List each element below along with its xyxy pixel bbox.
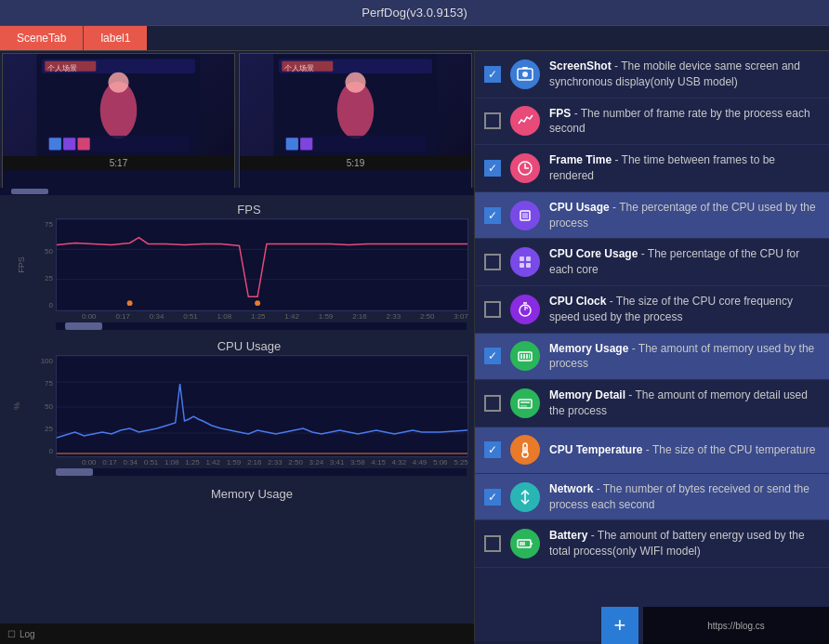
menu-item-cpu-clock[interactable]: CPU Clock - The size of the CPU core fre…	[475, 286, 829, 334]
menu-text-memory-detail: Memory Detail - The amount of memory det…	[549, 388, 820, 419]
icon-cpu-core-usage	[510, 247, 540, 277]
right-panel: ScreenShot - The mobile device same scre…	[474, 51, 829, 641]
menu-item-cpu-core-usage[interactable]: CPU Core Usage - The percentage of the C…	[475, 239, 829, 286]
thumb-1-timestamp: 5:17	[3, 156, 234, 170]
checkbox-memory-detail[interactable]	[484, 395, 501, 412]
svg-text:个人场景: 个人场景	[284, 64, 314, 72]
thumbnail-1-image: 个人场景	[3, 54, 234, 156]
tab-label1[interactable]: label1	[84, 26, 147, 50]
menu-item-frame-time[interactable]: Frame Time - The time between frames to …	[475, 145, 829, 192]
icon-frame-time	[510, 153, 540, 183]
fps-y-label: FPS	[17, 256, 26, 273]
menu-text-cpu-temperature: CPU Temperature - The size of the CPU te…	[549, 442, 820, 458]
icon-cpu-temperature	[510, 435, 540, 465]
menu-text-frame-time: Frame Time - The time between frames to …	[549, 152, 820, 184]
svg-rect-45	[526, 354, 528, 359]
cpu-y-label: %	[12, 402, 21, 410]
icon-battery	[510, 529, 540, 559]
cpu-scrollbar[interactable]	[56, 468, 467, 476]
cpu-chart-title: CPU Usage	[30, 339, 468, 353]
svg-rect-35	[522, 213, 528, 218]
svg-rect-49	[520, 405, 527, 407]
svg-rect-32	[522, 67, 528, 69]
svg-rect-7	[49, 138, 61, 150]
svg-point-31	[522, 72, 528, 77]
svg-rect-36	[520, 256, 524, 261]
thumbnail-2-image: 个人场景	[240, 54, 471, 156]
icon-cpu-usage	[510, 201, 540, 230]
tab-scene[interactable]: SceneTab	[0, 26, 84, 50]
svg-rect-8	[63, 138, 75, 150]
checkbox-cpu-clock[interactable]	[484, 301, 501, 318]
title-bar: PerfDog(v3.0.9153)	[0, 0, 829, 26]
checkbox-screenshot[interactable]	[484, 66, 501, 83]
checkbox-memory-usage[interactable]	[484, 348, 501, 364]
menu-item-cpu-temperature[interactable]: CPU Temperature - The size of the CPU te…	[475, 427, 829, 474]
checkbox-network[interactable]	[484, 489, 501, 506]
svg-text:个人场景: 个人场景	[47, 64, 77, 72]
plus-button[interactable]: +	[601, 607, 638, 644]
checkbox-cpu-temperature[interactable]	[484, 441, 501, 458]
menu-text-cpu-core-usage: CPU Core Usage - The percentage of the C…	[549, 246, 820, 278]
cpu-y-ticks: 100 75 50 25 0	[30, 355, 56, 457]
svg-point-15	[346, 72, 366, 93]
thumbnail-1[interactable]: 个人场景 5:17	[2, 53, 235, 193]
watermark: https://blog.cs	[643, 607, 829, 644]
icon-fps	[510, 106, 540, 136]
icon-cpu-clock	[510, 295, 540, 324]
menu-text-screenshot: ScreenShot - The mobile device same scre…	[549, 59, 820, 90]
svg-rect-17	[286, 138, 298, 150]
svg-rect-46	[529, 354, 530, 359]
svg-point-5	[109, 72, 129, 93]
menu-item-battery[interactable]: Battery - The amount of battery energy u…	[475, 520, 829, 568]
svg-rect-39	[526, 263, 531, 268]
icon-network	[510, 482, 540, 512]
svg-rect-43	[520, 354, 522, 359]
log-checkbox[interactable]: ☐	[7, 629, 16, 639]
thumb-2-timestamp: 5:19	[240, 156, 471, 170]
checkbox-cpu-usage[interactable]	[484, 207, 501, 224]
svg-rect-55	[531, 543, 533, 545]
memory-chart-title: Memory Usage	[0, 483, 474, 503]
fps-y-ticks: 75 50 25 0	[30, 218, 56, 311]
fps-x-ticks: 0:00 0:17 0:34 0:51 1:08 1:25 1:42 1:59 …	[56, 312, 468, 321]
fps-chart-section: FPS 75 50 25 0	[0, 199, 474, 330]
cpu-chart-section: CPU Usage 100 75 50 25 0	[0, 335, 474, 476]
menu-text-network: Network - The number of bytes received o…	[549, 481, 820, 513]
icon-screenshot	[510, 59, 540, 89]
fps-chart-title: FPS	[30, 203, 468, 217]
svg-rect-9	[78, 138, 90, 150]
svg-rect-56	[520, 542, 525, 545]
menu-item-cpu-usage[interactable]: CPU Usage - The percentage of the CPU us…	[475, 192, 829, 240]
menu-text-cpu-clock: CPU Clock - The size of the CPU core fre…	[549, 294, 820, 325]
svg-rect-38	[520, 263, 524, 268]
bottom-bar: ☐ Log	[0, 624, 474, 641]
menu-text-cpu-usage: CPU Usage - The percentage of the CPU us…	[549, 200, 820, 231]
cpu-x-ticks: 0:00 0:17 0:34 0:51 1:08 1:25 1:42 1:59 …	[56, 458, 468, 467]
menu-item-memory-detail[interactable]: Memory Detail - The amount of memory det…	[475, 380, 829, 427]
menu-item-fps[interactable]: FPS - The number of frame rate by the pr…	[475, 99, 829, 146]
svg-rect-44	[523, 354, 525, 359]
checkbox-frame-time[interactable]	[484, 160, 501, 177]
menu-item-network[interactable]: Network - The number of bytes received o…	[475, 474, 829, 521]
menu-item-memory-usage[interactable]: Memory Usage - The amount of memory used…	[475, 334, 829, 381]
thumbnail-2[interactable]: 个人场景 5:19	[239, 53, 472, 193]
app-title: PerfDog(v3.0.9153)	[362, 6, 467, 20]
log-label: Log	[20, 629, 35, 639]
svg-rect-48	[520, 401, 530, 403]
fps-scrollbar[interactable]	[56, 322, 467, 330]
menu-text-memory-usage: Memory Usage - The amount of memory used…	[549, 341, 820, 373]
svg-point-24	[255, 300, 260, 306]
cpu-chart-area	[56, 355, 468, 457]
checkbox-battery[interactable]	[484, 535, 501, 552]
icon-memory-detail	[510, 388, 540, 418]
menu-item-screenshot[interactable]: ScreenShot - The mobile device same scre…	[475, 51, 829, 99]
checkbox-cpu-core-usage[interactable]	[484, 254, 501, 270]
fps-chart-area	[56, 218, 468, 311]
left-panel: 个人场景 5:17	[0, 51, 474, 641]
main-layout: 个人场景 5:17	[0, 51, 829, 641]
menu-text-battery: Battery - The amount of battery energy u…	[549, 528, 820, 559]
svg-rect-18	[300, 138, 312, 150]
checkbox-fps[interactable]	[484, 112, 501, 129]
tab-bar: SceneTab label1	[0, 26, 829, 51]
